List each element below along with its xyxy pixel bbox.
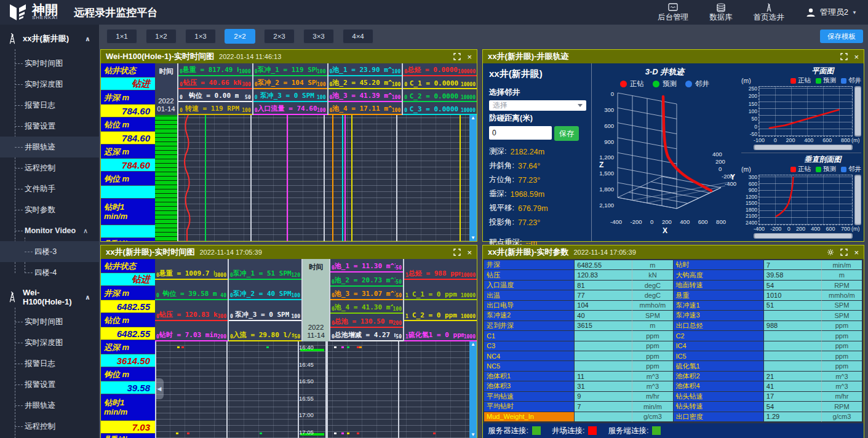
scale-min: 0	[180, 95, 183, 100]
caret-up-icon[interactable]: ∧	[85, 35, 90, 43]
caret-up-icon[interactable]: ∧	[83, 227, 88, 235]
scroll-up-icon[interactable]: ▲	[469, 115, 477, 121]
close-icon[interactable]: ×	[854, 53, 859, 61]
top-header: 神開 SHENKAI 远程录井监控平台 后台管理 数据库 首页选井 管理员2 ▼	[0, 0, 868, 25]
legend-item: 预测	[653, 79, 677, 89]
user-menu[interactable]: 管理员2 ▼	[805, 7, 857, 18]
grid-layout-button[interactable]: 2×3	[264, 29, 295, 44]
z-tick: 1,500	[599, 170, 614, 177]
curve-header: 0入口流量 = 74.60100	[253, 102, 327, 115]
param-value-cell	[575, 361, 632, 371]
panel-title: xx井(新井眼)-实时时间图	[106, 247, 194, 258]
sidebar-item-label: 四楼-3	[34, 247, 99, 257]
chart-scrollbar[interactable]: ▲ ▼	[469, 341, 477, 438]
offset-well-select[interactable]: 选择	[489, 100, 586, 111]
curve-tracks-left: 0悬重 = 1009.7 kN30000钩位 = 39.58 m400钻压 = …	[155, 259, 301, 341]
sub-items: 四楼-3四楼-4	[0, 241, 99, 283]
caret-up-icon[interactable]: ∧	[85, 293, 90, 301]
trajectory-stat: 方位角:77.23°	[489, 173, 586, 187]
sidebar-item[interactable]: 井眼轨迹	[0, 395, 99, 416]
sidebar-item[interactable]: 四楼-3	[0, 241, 99, 262]
sidebar-item[interactable]: Monitor Video∧	[0, 220, 99, 241]
track4-plot	[396, 115, 469, 241]
sidebar-item[interactable]: 远程控制	[0, 157, 99, 178]
menu-database[interactable]: 数据库	[709, 3, 733, 22]
param-value-cell	[764, 341, 822, 351]
table-row-half: Mud_Weight_Ing/cm3	[484, 412, 674, 422]
curve-label: C_1 = 0.0000	[410, 79, 458, 87]
y-tick: 1800	[746, 207, 757, 212]
trajectory-stats: 测深:2182.24m井斜角:37.64°方位角:77.23°垂深:1968.5…	[489, 145, 586, 250]
grid-layout-button[interactable]: 1×1	[106, 29, 137, 44]
sidebar-item[interactable]: 实时时间图	[0, 53, 99, 74]
sidebar-item[interactable]: 报警日志	[0, 95, 99, 116]
sidebar-item[interactable]: 井眼轨迹	[0, 137, 99, 157]
x-tick: -400	[754, 226, 765, 232]
status-label: 服务端连接:	[608, 426, 648, 436]
grid-layout-button[interactable]: 4×4	[343, 29, 373, 44]
grid-layout-button[interactable]: 1×2	[146, 29, 177, 44]
param-value-cell: 77	[575, 290, 632, 300]
chart-scrollbar[interactable]: ▲ ▼	[469, 115, 477, 241]
expand-icon[interactable]	[453, 249, 461, 256]
grid-layout-button[interactable]: 1×3	[185, 29, 216, 44]
close-icon[interactable]: ×	[467, 249, 472, 257]
section-title: 垂直剖面图	[741, 154, 861, 165]
curve-header: 0总烃 = 0.0000100000	[403, 63, 477, 76]
x-tick: 600	[698, 218, 708, 225]
sidebar-item[interactable]: 文件助手	[0, 178, 99, 199]
expand-icon[interactable]	[840, 249, 848, 256]
status-label: 井场连接:	[552, 426, 584, 436]
menu-backend-admin[interactable]: 后台管理	[658, 3, 688, 22]
sidebar-item[interactable]: 报警设置	[0, 374, 99, 395]
legend-swatch	[816, 167, 821, 172]
sidebar-item[interactable]: 四楼-4	[0, 262, 99, 283]
anticollision-distance-input[interactable]	[489, 126, 552, 140]
curve-header: 0池_2 = 45.20 m^3100	[328, 76, 402, 89]
vertical-scrollbar[interactable]	[854, 86, 861, 137]
sidebar-item[interactable]: 实时深度图	[0, 332, 99, 353]
sidebar-item[interactable]: 报警设置	[0, 116, 99, 137]
expand-icon[interactable]	[453, 53, 461, 60]
x-tick: -200	[770, 226, 781, 232]
collapse-handle[interactable]: ◀	[155, 378, 164, 399]
sidebar-item[interactable]: 实时深度图	[0, 74, 99, 95]
scroll-down-icon[interactable]: ▼	[469, 432, 477, 438]
table-row-half: IC4ppm	[674, 341, 863, 351]
vertical-scrollbar[interactable]	[854, 175, 861, 225]
close-icon[interactable]: ×	[467, 53, 472, 61]
gear-icon[interactable]	[827, 249, 834, 256]
sidebar-item[interactable]: 实时时间图	[0, 311, 99, 332]
param-name-cell: 泵冲速3	[674, 311, 764, 321]
expand-icon[interactable]	[840, 53, 848, 60]
param-unit-cell: g/cm3	[632, 412, 673, 422]
horizontal-scrollbar[interactable]	[754, 145, 853, 150]
param-value-cell	[764, 361, 822, 371]
curve-label: C_3 = 0.0000	[410, 105, 458, 113]
curve-label: 池_3 = 31.07 m^3	[335, 289, 396, 298]
sidebar-item[interactable]: 远程控制	[0, 416, 99, 437]
grid-layout-button[interactable]: 2×2	[225, 29, 255, 44]
pit3-curve	[332, 115, 333, 241]
table-row-half: 出温77degC	[484, 290, 674, 300]
grid-layout-button[interactable]: 3×3	[303, 29, 334, 44]
save-template-button[interactable]: 保存模板	[820, 30, 863, 43]
sidebar-item[interactable]: 实时参数	[0, 199, 99, 220]
save-button[interactable]: 保存	[554, 126, 579, 141]
curve-header: 0钩位 = 39.58 m40	[155, 280, 228, 301]
table-row: C1ppmC2ppm	[484, 331, 862, 341]
legend-label: 邻井	[848, 76, 861, 85]
menu-well-select[interactable]: 首页选井	[754, 3, 784, 22]
table-row-half: 钻头钻速17m/hr	[674, 392, 863, 402]
close-icon[interactable]: ×	[854, 249, 859, 257]
chart-panel-body: 钻井状态钻进井深 m784.60钻位 m784.60迟深 m784.60钩位 m…	[101, 63, 477, 241]
curve-label: C_2 = 0.0000	[410, 92, 458, 100]
horizontal-scrollbar[interactable]	[754, 233, 853, 239]
sidebar-item[interactable]: 报警日志	[0, 353, 99, 374]
scroll-up-icon[interactable]: ▲	[469, 341, 477, 348]
sidebar-item-label: 实时深度图	[25, 338, 99, 348]
table-row: 平均钻速9m/hr钻头钻速17m/hr	[484, 392, 862, 402]
curve-label: 池_1 = 23.90 m^3	[332, 65, 391, 74]
connection-status-bar: 服务器连接:井场连接:服务端连接:	[483, 423, 864, 438]
scroll-down-icon[interactable]: ▼	[469, 235, 477, 241]
